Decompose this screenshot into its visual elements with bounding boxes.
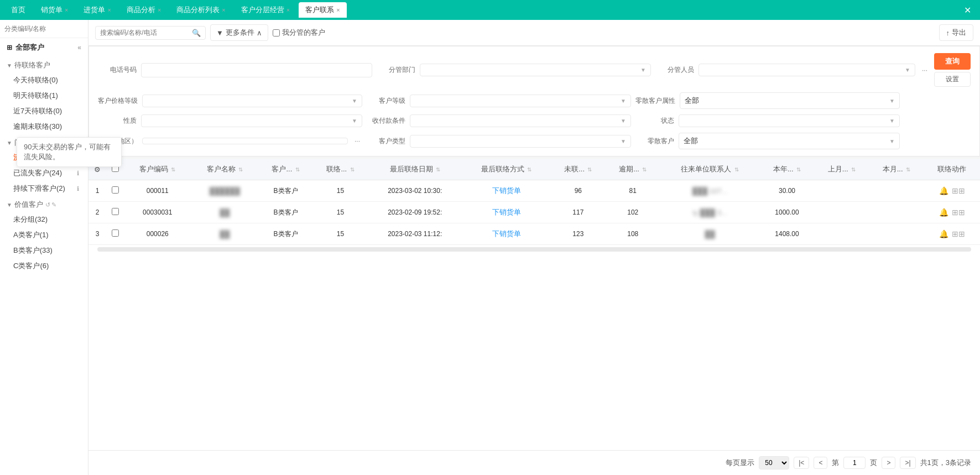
action-contact-icon[interactable]: 🔔 xyxy=(939,208,948,217)
filter-person-select[interactable]: ▼ xyxy=(698,64,915,76)
row-name: ██ xyxy=(191,202,259,223)
filter-dept-select[interactable]: ▼ xyxy=(420,64,651,76)
nav-tab-sales[interactable]: 销货单 × xyxy=(34,2,75,18)
row-checkbox[interactable] xyxy=(106,202,124,223)
row-last-method[interactable]: 下销货单 xyxy=(462,202,550,223)
sidebar-item-overdue[interactable]: 逾期未联络(30) xyxy=(0,119,88,134)
close-icon[interactable]: × xyxy=(107,7,111,13)
sidebar-item-ungroup[interactable]: 未分组(32) xyxy=(0,212,88,227)
nav-tab-customer-layer[interactable]: 客户分层经营 × xyxy=(234,2,296,18)
last-page-button[interactable]: >| xyxy=(900,457,915,469)
action-contact-icon[interactable]: 🔔 xyxy=(939,186,948,195)
row-checkbox[interactable] xyxy=(106,180,124,202)
action-more-icon[interactable]: ⊞⊞ xyxy=(952,208,965,217)
sidebar-pending-contact-group[interactable]: ▼ 待联络客户 xyxy=(0,57,88,72)
sidebar-item-class-b[interactable]: B类客户(33) xyxy=(0,243,88,258)
chevron-down-icon: ▼ xyxy=(621,138,626,144)
prev-page-button[interactable]: < xyxy=(814,457,827,469)
sidebar-item-churned[interactable]: 已流失客户(24) ℹ xyxy=(0,165,88,181)
filter-price-grade-select[interactable]: ▼ xyxy=(142,95,362,107)
sidebar-value-customer-group[interactable]: ▼ 价值客户 ↺ ✎ xyxy=(0,196,88,212)
more-filter-button[interactable]: ▼ 更多条件 ∧ xyxy=(210,24,268,41)
table-row: 1 000011 ██████ B类客户 15 2023-03-02 10:30… xyxy=(88,180,980,202)
nav-tab-home[interactable]: 首页 xyxy=(4,5,32,15)
more-icon[interactable]: ··· xyxy=(920,66,930,74)
horizontal-scrollbar[interactable] xyxy=(97,247,971,252)
filter-cust-grade: 客户等级 ▼ xyxy=(367,95,631,107)
row-select-checkbox[interactable] xyxy=(112,186,119,194)
filter-expand-icon: ∧ xyxy=(257,29,262,37)
sort-icon: ⇅ xyxy=(851,166,856,173)
filter-cust-grade-select[interactable]: ▼ xyxy=(410,95,631,107)
row-last-date: 2023-02-09 19:52: xyxy=(368,202,462,223)
close-icon[interactable]: × xyxy=(286,7,290,13)
refresh-icon[interactable]: ↺ xyxy=(45,201,50,208)
row-checkbox[interactable] xyxy=(106,223,124,245)
sidebar-item-7days[interactable]: 近7天待联络(0) xyxy=(0,103,88,119)
row-type: B类客户 xyxy=(258,180,313,202)
close-icon[interactable]: × xyxy=(158,7,161,13)
filter-status-select[interactable]: ▼ xyxy=(679,114,900,127)
action-more-icon[interactable]: ⊞⊞ xyxy=(952,186,965,195)
row-this-month xyxy=(869,223,924,245)
sidebar-tooltip: 90天未交易的客户，可能有流失风险。 xyxy=(17,137,88,167)
nav-tab-purchase[interactable]: 进货单 × xyxy=(77,2,117,18)
sidebar-item-class-a[interactable]: A类客户(1) xyxy=(0,227,88,243)
scroll-area xyxy=(88,245,980,254)
nav-tab-customer-contact[interactable]: 客户联系 × xyxy=(299,2,346,18)
export-icon: ↑ xyxy=(946,29,950,37)
row-contact: 15 xyxy=(313,180,368,202)
row-code: 00030031 xyxy=(124,202,191,223)
filter-scattered-attr-select[interactable]: 全部 ▼ xyxy=(680,92,900,109)
top-nav: 首页 销货单 × 进货单 × 商品分析 × 商品分析列表 × 客户分层经营 × … xyxy=(0,0,980,20)
close-icon[interactable]: × xyxy=(65,7,68,13)
row-select-checkbox[interactable] xyxy=(112,229,119,237)
row-last-method[interactable]: 下销货单 xyxy=(462,180,550,202)
close-icon[interactable]: × xyxy=(336,7,340,13)
sidebar-item-tomorrow[interactable]: 明天待联络(1) xyxy=(0,88,88,103)
row-select-checkbox[interactable] xyxy=(112,208,119,215)
sidebar-item-today[interactable]: 今天待联络(0) xyxy=(0,72,88,88)
row-link-person: ███ 107... xyxy=(660,180,760,202)
sidebar-item-declining[interactable]: 持续下滑客户(2) ℹ xyxy=(0,181,88,196)
action-more-icon[interactable]: ⊞⊞ xyxy=(952,229,965,238)
filter-cust-type-select[interactable]: ▼ xyxy=(410,135,631,148)
sidebar-all-customers[interactable]: ⊞ 全部客户 « xyxy=(0,38,88,57)
nav-tab-analysis-list[interactable]: 商品分析列表 × xyxy=(170,2,232,18)
filter-scattered-select[interactable]: 全部 ▼ xyxy=(679,133,900,149)
sort-icon: ⇅ xyxy=(436,166,440,173)
my-customer-checkbox-wrap[interactable]: 我分管的客户 xyxy=(273,28,325,38)
row-last-method[interactable]: 下销货单 xyxy=(462,223,550,245)
filter-scattered: 零散客户 全部 ▼ xyxy=(635,133,900,149)
filter-payment: 收付款条件 ▼ xyxy=(367,114,631,127)
export-button[interactable]: ↑ 导出 xyxy=(939,24,974,41)
page-input[interactable] xyxy=(843,457,866,469)
more-icon-region[interactable]: ··· xyxy=(352,137,362,145)
close-icon[interactable]: × xyxy=(222,7,225,13)
sidebar-item-class-c[interactable]: C类客户(6) xyxy=(0,258,88,274)
settings-button[interactable]: 设置 xyxy=(934,72,971,87)
action-contact-icon[interactable]: 🔔 xyxy=(939,229,948,238)
row-last-month xyxy=(814,202,869,223)
filter-nature-select[interactable]: ▼ xyxy=(141,114,362,127)
query-button[interactable]: 查询 xyxy=(934,53,971,70)
filter-region-select[interactable] xyxy=(142,138,348,144)
toolbar: 🔍 ▼ 更多条件 ∧ 我分管的客户 ↑ 导出 xyxy=(88,20,980,46)
filter-panel: 电话号码 分管部门 ▼ 分管人员 ▼ ··· xyxy=(88,46,980,156)
filter-row-1: 电话号码 分管部门 ▼ 分管人员 ▼ ··· xyxy=(98,53,971,87)
search-input[interactable] xyxy=(100,29,190,36)
my-customer-checkbox[interactable] xyxy=(273,29,280,36)
nav-tab-analysis[interactable]: 商品分析 × xyxy=(120,2,168,18)
sort-icon: ⇅ xyxy=(238,166,243,173)
sidebar-search-input[interactable] xyxy=(4,25,87,33)
per-page-select[interactable]: 50 100 200 xyxy=(759,456,789,469)
filter-dept-label: 分管部门 xyxy=(377,65,415,75)
chevron-down-icon: ▼ xyxy=(905,67,910,73)
chevron-down-icon: ▼ xyxy=(352,98,357,104)
filter-phone-input[interactable] xyxy=(141,63,372,77)
edit-icon[interactable]: ✎ xyxy=(51,201,56,208)
next-page-button[interactable]: > xyxy=(882,457,895,469)
first-page-button[interactable]: |< xyxy=(794,457,809,469)
filter-payment-select[interactable]: ▼ xyxy=(410,114,631,127)
window-close-icon[interactable]: ✕ xyxy=(960,5,976,15)
